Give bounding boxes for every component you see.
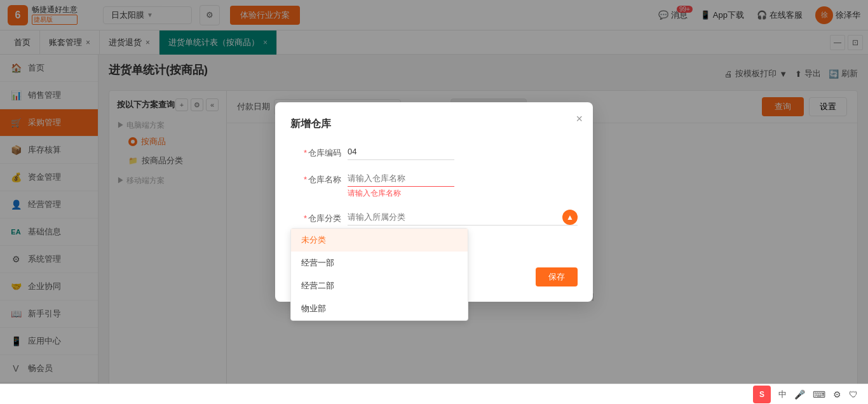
chinese-input-icon: 中 — [778, 389, 787, 400]
category-field-row: 仓库分类 ▲ 未分类 经营一部 经营二部 物业部 — [290, 209, 578, 226]
dropdown-option-property[interactable]: 物业部 — [291, 297, 468, 320]
dropdown-option-dept1[interactable]: 经营一部 — [291, 252, 468, 274]
dropdown-arrow-icon[interactable]: ▲ — [562, 210, 578, 225]
bottom-status-bar: S 中 🎤 ⌨ ⚙ 🛡 — [0, 384, 868, 404]
category-dropdown-list: 未分类 经营一部 经营二部 物业部 — [290, 228, 468, 321]
keyboard-icon: ⌨ — [813, 389, 825, 400]
bottom-icons: S 中 🎤 ⌨ ⚙ 🛡 — [753, 386, 858, 403]
code-input-wrap — [348, 144, 578, 160]
code-input[interactable] — [348, 144, 454, 160]
mic-icon: 🎤 — [794, 389, 805, 400]
category-label: 仓库分类 — [290, 209, 341, 224]
category-dropdown: ▲ 未分类 经营一部 经营二部 物业部 — [348, 209, 578, 226]
modal-close-button[interactable]: × — [576, 112, 583, 126]
name-field-row: 仓库名称 请输入仓库名称 — [290, 170, 578, 199]
save-button[interactable]: 保存 — [536, 267, 578, 286]
name-label: 仓库名称 — [290, 170, 341, 185]
modal-overlay: 新增仓库 × 仓库编码 仓库名称 请输入仓库名称 仓库分类 ▲ — [0, 0, 868, 404]
name-error-msg: 请输入仓库名称 — [348, 188, 578, 199]
s-icon: S — [753, 386, 771, 403]
modal-title: 新增仓库 — [290, 118, 578, 131]
dropdown-option-uncategorized[interactable]: 未分类 — [291, 229, 468, 252]
add-warehouse-modal: 新增仓库 × 仓库编码 仓库名称 请输入仓库名称 仓库分类 ▲ — [275, 102, 593, 302]
settings-bottom-icon: ⚙ — [833, 389, 841, 400]
category-input[interactable] — [348, 209, 578, 226]
code-label: 仓库编码 — [290, 144, 341, 159]
name-input-wrap: 请输入仓库名称 — [348, 170, 578, 199]
shield-icon: 🛡 — [849, 389, 858, 400]
category-input-wrap: ▲ 未分类 经营一部 经营二部 物业部 — [348, 209, 578, 226]
dropdown-option-dept2[interactable]: 经营二部 — [291, 274, 468, 297]
name-input[interactable] — [348, 170, 454, 187]
code-field-row: 仓库编码 — [290, 144, 578, 160]
